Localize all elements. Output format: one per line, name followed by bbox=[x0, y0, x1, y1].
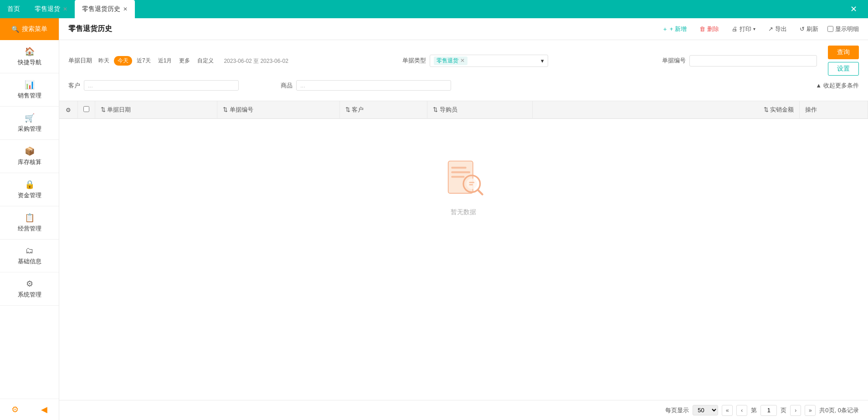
type-tag-label: 零售退货 bbox=[437, 57, 458, 65]
customer-label: 客户 bbox=[68, 82, 80, 90]
tab-retail-return-history-label: 零售退货历史 bbox=[82, 5, 120, 13]
sidebar-item-operations-label: 经营管理 bbox=[18, 225, 41, 233]
print-icon: 🖨 bbox=[732, 26, 738, 32]
goods-label: 商品 bbox=[281, 82, 293, 90]
col-guide-label: ⇅ 导购员 bbox=[433, 106, 457, 113]
col-amount-label: ⇅ 实销金额 bbox=[764, 106, 794, 113]
type-filter-label: 单据类型 bbox=[402, 56, 426, 65]
date-btn-more[interactable]: 更多 bbox=[176, 56, 193, 66]
last-page-button[interactable]: » bbox=[805, 405, 816, 416]
select-all-checkbox[interactable] bbox=[83, 106, 89, 112]
tab-retail-return-close[interactable]: ✕ bbox=[63, 6, 67, 12]
delete-button[interactable]: 🗑 删除 bbox=[696, 23, 723, 35]
table-head: ⚙ ⇅ 单据日期 ⇅ 单据编号 ⇅ 客户 bbox=[59, 101, 868, 119]
delete-label: 删除 bbox=[707, 25, 719, 33]
page-size-select[interactable]: 20 50 100 bbox=[693, 405, 718, 415]
export-button[interactable]: ↗ 导出 bbox=[765, 23, 791, 35]
tab-retail-return-history-close[interactable]: ✕ bbox=[123, 6, 128, 12]
search-icon: 🔍 bbox=[11, 26, 19, 33]
date-filter-buttons: 昨天 今天 近7天 近1月 更多 自定义 bbox=[96, 56, 216, 66]
show-detail-checkbox[interactable]: 显示明细 bbox=[827, 25, 859, 33]
first-page-button[interactable]: « bbox=[722, 405, 733, 416]
refresh-button[interactable]: ↺ 刷新 bbox=[796, 23, 822, 35]
date-btn-yesterday[interactable]: 昨天 bbox=[96, 56, 112, 66]
refresh-icon: ↺ bbox=[800, 26, 805, 32]
col-customer: ⇅ 客户 bbox=[339, 101, 427, 119]
col-guide: ⇅ 导购员 bbox=[427, 101, 533, 119]
show-detail-label: 显示明细 bbox=[835, 25, 859, 33]
sidebar-collapse-icon[interactable]: ◀ bbox=[41, 405, 47, 415]
purchase-icon: 🛒 bbox=[25, 113, 35, 123]
basic-icon: 🗂 bbox=[26, 246, 34, 256]
date-range-text: 2023-06-02 至 2023-06-02 bbox=[224, 57, 288, 65]
settings-button[interactable]: 设置 bbox=[828, 62, 859, 76]
sidebar-item-inventory-label: 库存核算 bbox=[18, 158, 41, 166]
filter-type: 单据类型 零售退货 ✕ ▾ bbox=[402, 55, 548, 67]
col-date-label: ⇅ 单据日期 bbox=[101, 106, 131, 113]
prev-page-button[interactable]: ‹ bbox=[736, 405, 747, 416]
sidebar-item-basic-label: 基础信息 bbox=[18, 257, 41, 266]
col-number-label: ⇅ 单据编号 bbox=[223, 106, 253, 113]
tab-retail-return-history[interactable]: 零售退货历史 ✕ bbox=[75, 0, 135, 18]
date-btn-custom[interactable]: 自定义 bbox=[195, 56, 216, 66]
sidebar-item-basic[interactable]: 🗂 基础信息 bbox=[0, 240, 59, 272]
export-label: 导出 bbox=[775, 25, 787, 33]
sidebar-item-system[interactable]: ⚙ 系统管理 bbox=[0, 272, 59, 306]
system-icon: ⚙ bbox=[26, 279, 33, 289]
col-amount: ⇅ 实销金额 bbox=[532, 101, 800, 119]
gear-icon[interactable]: ⚙ bbox=[66, 107, 71, 113]
new-button[interactable]: ＋ + 新增 bbox=[658, 23, 690, 35]
toolbar: ＋ + 新增 🗑 删除 🖨 打印 ▾ ↗ 导出 ↺ bbox=[658, 23, 859, 35]
tab-retail-return[interactable]: 零售退货 ✕ bbox=[27, 0, 75, 18]
goods-select[interactable]: ... bbox=[296, 80, 451, 91]
filter-area: 单据日期 昨天 今天 近7天 近1月 更多 自定义 2023-06-02 至 2… bbox=[59, 40, 868, 101]
delete-icon: 🗑 bbox=[699, 26, 705, 32]
tab-home-label: 首页 bbox=[7, 5, 20, 13]
date-btn-today[interactable]: 今天 bbox=[114, 56, 132, 66]
total-text: 共0页, 0条记录 bbox=[819, 406, 859, 415]
print-label: 打印 bbox=[740, 25, 751, 33]
sidebar-item-sales[interactable]: 📊 销售管理 bbox=[0, 73, 59, 107]
page-size-label: 每页显示 bbox=[665, 406, 689, 415]
collapse-button[interactable]: ▲ 收起更多条件 bbox=[816, 82, 859, 90]
sidebar: 🔍 搜索菜单 🏠 快捷导航 📊 销售管理 🛒 采购管理 📦 库存核算 🔒 资金管… bbox=[0, 18, 59, 420]
customer-select[interactable]: ... bbox=[84, 80, 239, 91]
last-page-icon: » bbox=[809, 407, 812, 414]
page-title: 零售退货历史 bbox=[68, 24, 112, 34]
customer-placeholder: ... bbox=[88, 82, 93, 89]
page-number-input[interactable] bbox=[760, 405, 777, 416]
filter-row-2: 客户 ... 商品 ... ▲ bbox=[68, 80, 859, 91]
query-button[interactable]: 查询 bbox=[828, 46, 859, 59]
next-page-button[interactable]: › bbox=[790, 405, 801, 416]
svg-line-6 bbox=[478, 190, 483, 195]
doc-number-input[interactable] bbox=[689, 55, 817, 67]
empty-row: 暂无数据 bbox=[59, 119, 868, 253]
print-button[interactable]: 🖨 打印 ▾ bbox=[728, 23, 759, 35]
sidebar-item-purchase[interactable]: 🛒 采购管理 bbox=[0, 107, 59, 140]
date-btn-7days[interactable]: 近7天 bbox=[134, 56, 154, 66]
col-number: ⇅ 单据编号 bbox=[217, 101, 340, 119]
sidebar-settings-icon[interactable]: ⚙ bbox=[11, 405, 19, 415]
filter-goods: 商品 ... bbox=[281, 80, 451, 91]
filter-date-range: 2023-06-02 至 2023-06-02 bbox=[224, 56, 288, 65]
first-page-icon: « bbox=[726, 407, 729, 414]
top-close-button[interactable]: ✕ bbox=[847, 4, 861, 14]
sidebar-item-quick-nav[interactable]: 🏠 快捷导航 bbox=[0, 40, 59, 73]
tab-home[interactable]: 首页 bbox=[0, 0, 27, 18]
svg-rect-2 bbox=[452, 171, 471, 173]
sidebar-item-operations[interactable]: 📋 经营管理 bbox=[0, 206, 59, 240]
col-date: ⇅ 单据日期 bbox=[95, 101, 217, 119]
date-btn-1month[interactable]: 近1月 bbox=[155, 56, 175, 66]
type-select[interactable]: 零售退货 ✕ ▾ bbox=[430, 55, 548, 67]
table-header-row: ⚙ ⇅ 单据日期 ⇅ 单据编号 ⇅ 客户 bbox=[59, 101, 868, 119]
sidebar-item-finance[interactable]: 🔒 资金管理 bbox=[0, 173, 59, 206]
filter-doc-number: 单据编号 bbox=[662, 55, 817, 67]
svg-point-5 bbox=[467, 179, 477, 189]
sidebar-search[interactable]: 🔍 搜索菜单 bbox=[0, 18, 59, 40]
show-detail-input[interactable] bbox=[827, 26, 833, 32]
type-tag-remove[interactable]: ✕ bbox=[460, 57, 465, 64]
main-layout: 🔍 搜索菜单 🏠 快捷导航 📊 销售管理 🛒 采购管理 📦 库存核算 🔒 资金管… bbox=[0, 18, 868, 420]
sidebar-item-inventory[interactable]: 📦 库存核算 bbox=[0, 140, 59, 173]
empty-icon bbox=[441, 155, 486, 201]
svg-rect-7 bbox=[469, 182, 475, 183]
